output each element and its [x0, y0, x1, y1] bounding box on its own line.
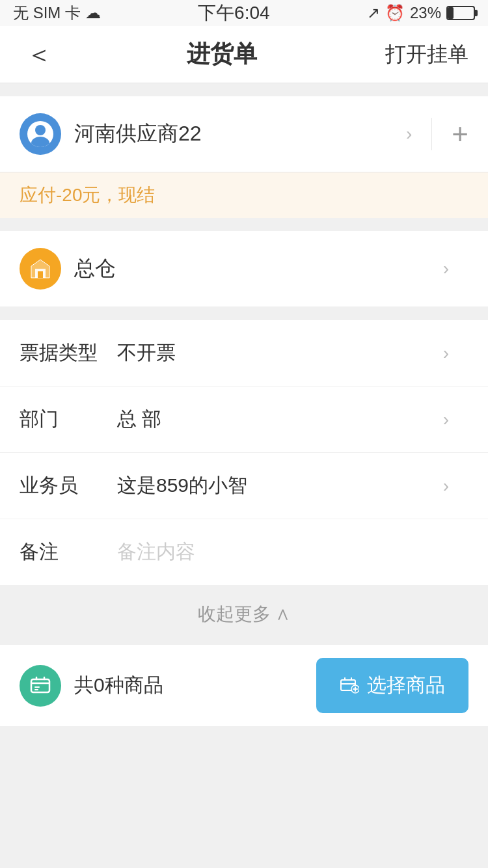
- salesperson-label: 业务员: [20, 472, 104, 499]
- status-time: 下午6:04: [198, 1, 270, 25]
- select-product-button[interactable]: 选择商品: [316, 658, 468, 713]
- remark-value: 备注内容: [104, 539, 468, 565]
- status-right: ↗ ⏰ 23%: [367, 4, 475, 22]
- invoice-type-value: 不开票: [104, 340, 443, 366]
- section-divider-1: [0, 218, 488, 231]
- department-value: 总 部: [104, 406, 443, 433]
- collapse-row[interactable]: 收起更多 ∧: [0, 585, 488, 644]
- notice-text: 应付-20元，现结: [20, 185, 155, 205]
- status-bar: 无 SIM 卡 ☁ 下午6:04 ↗ ⏰ 23%: [0, 0, 488, 26]
- svg-rect-1: [38, 271, 43, 278]
- notice-bar: 应付-20元，现结: [0, 172, 488, 218]
- cart-icon: [340, 676, 359, 696]
- warehouse-row[interactable]: 总仓 ›: [0, 231, 488, 306]
- remark-row[interactable]: 备注 备注内容: [0, 519, 488, 585]
- warehouse-section: 总仓 ›: [0, 231, 488, 306]
- back-button[interactable]: ＜: [20, 30, 59, 79]
- invoice-chevron-icon: ›: [443, 343, 449, 364]
- form-section: 票据类型 不开票 › 部门 总 部 › 业务员 这是859的小智 › 备注 备注…: [0, 319, 488, 585]
- bottom-section: 共0种商品 选择商品: [0, 645, 488, 726]
- supplier-chevron-icon: ›: [406, 124, 412, 144]
- status-left: 无 SIM 卡 ☁: [13, 3, 101, 23]
- supplier-row[interactable]: 河南供应商22 › +: [0, 96, 488, 172]
- section-divider-2: [0, 306, 488, 319]
- department-row[interactable]: 部门 总 部 ›: [0, 386, 488, 452]
- select-product-label: 选择商品: [367, 672, 445, 699]
- product-count: 共0种商品: [74, 672, 303, 699]
- department-chevron-icon: ›: [443, 409, 449, 430]
- warehouse-chevron-icon: ›: [443, 258, 449, 279]
- warehouse-name: 总仓: [74, 254, 443, 283]
- background-fill: [0, 726, 488, 868]
- department-label: 部门: [20, 406, 104, 433]
- salesperson-value: 这是859的小智: [104, 472, 443, 499]
- salesperson-row[interactable]: 业务员 这是859的小智 ›: [0, 452, 488, 519]
- battery-percent: 23%: [410, 4, 441, 22]
- open-pending-button[interactable]: 打开挂单: [385, 40, 468, 69]
- add-button[interactable]: +: [452, 118, 468, 150]
- remark-label: 备注: [20, 539, 104, 565]
- product-icon: [20, 665, 61, 707]
- svg-rect-2: [31, 679, 49, 692]
- collapse-label: 收起更多 ∧: [198, 602, 291, 627]
- alarm-icon: ⏰: [385, 4, 405, 22]
- invoice-type-row[interactable]: 票据类型 不开票 ›: [0, 319, 488, 386]
- top-divider: [0, 83, 488, 96]
- sim-status: 无 SIM 卡 ☁: [13, 3, 101, 23]
- nav-bar: ＜ 进货单 打开挂单: [0, 26, 488, 83]
- page-title: 进货单: [187, 38, 257, 70]
- supplier-name: 河南供应商22: [74, 120, 406, 148]
- invoice-type-label: 票据类型: [20, 340, 104, 366]
- location-icon: ↗: [367, 4, 380, 22]
- salesperson-chevron-icon: ›: [443, 476, 449, 496]
- vertical-divider: [431, 118, 432, 150]
- warehouse-icon: [20, 248, 61, 290]
- supplier-avatar: [20, 113, 61, 155]
- battery-icon: [446, 6, 475, 20]
- avatar-inner: [27, 121, 53, 147]
- supplier-section: 河南供应商22 › + 应付-20元，现结: [0, 96, 488, 218]
